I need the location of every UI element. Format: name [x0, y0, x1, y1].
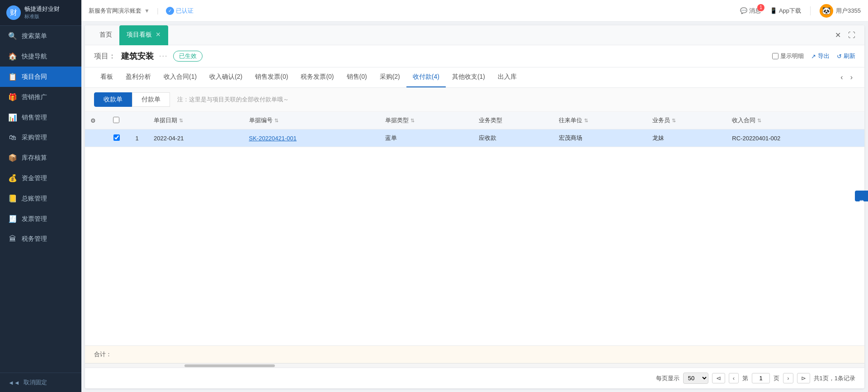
- main-area: 新服务官网演示账套 ▼ | ✓ 已认证 💬 消息 1 📱 App下载 🐼 用: [81, 0, 868, 392]
- sort-date-icon: ⇅: [179, 118, 183, 124]
- total-info: 共1页，1条记录: [814, 374, 855, 382]
- message-button[interactable]: 💬 消息 1: [740, 7, 761, 15]
- sidebar-item-marketing[interactable]: 🎁 营销推广: [0, 87, 81, 107]
- sidebar-item-quick-nav[interactable]: 🏠 快捷导航: [0, 46, 81, 67]
- user-menu[interactable]: 🐼 用户3355: [820, 4, 861, 18]
- sub-tab-in-out[interactable]: 出入库: [491, 67, 523, 87]
- topbar-left: 新服务官网演示账套 ▼ | ✓ 已认证: [89, 7, 740, 15]
- per-page-select[interactable]: 50 100: [683, 373, 708, 384]
- sub-tab-sales-invoice[interactable]: 销售发票(0): [249, 67, 294, 87]
- sub-tab-receipt[interactable]: 收付款(4): [406, 67, 446, 87]
- sub-tab-profit[interactable]: 盈利分析: [119, 67, 157, 87]
- feedback-button[interactable]: 意见反馈: [855, 191, 868, 201]
- col-salesperson[interactable]: 业务员 ⇅: [647, 112, 727, 129]
- project-label: 项目：: [94, 52, 116, 61]
- refresh-button[interactable]: ↺ 刷新: [837, 52, 855, 60]
- close-window-button[interactable]: ✕: [833, 29, 843, 41]
- inner-tab-receipt[interactable]: 收款单: [94, 92, 132, 107]
- phone-icon: 📱: [770, 7, 777, 14]
- show-detail-input[interactable]: [772, 53, 778, 59]
- table-row: 1 2022-04-21 SK-20220421-001 蓝单 应收款 宏茂商场…: [85, 129, 864, 147]
- doc-no-link[interactable]: SK-20220421-001: [249, 135, 297, 142]
- row-doc-no[interactable]: SK-20220421-001: [244, 129, 380, 147]
- tab-home[interactable]: 首页: [92, 25, 119, 45]
- sidebar-item-purchase[interactable]: 🛍 采购管理: [0, 128, 81, 148]
- sidebar-item-funds[interactable]: 💰 资金管理: [0, 168, 81, 188]
- topbar-right: 💬 消息 1 📱 App下载 🐼 用户3355: [740, 4, 861, 18]
- last-page-button[interactable]: ⊳: [797, 373, 810, 383]
- sort-doctype-icon: ⇅: [410, 118, 415, 124]
- contract-icon: 📋: [8, 72, 17, 81]
- maximize-window-button[interactable]: ⛶: [846, 29, 857, 41]
- page-number-input[interactable]: [752, 373, 770, 383]
- project-header-actions: 显示明细 ↗ 导出 ↺ 刷新: [772, 52, 855, 60]
- cancel-pin-button[interactable]: ◄◄ 取消固定: [0, 373, 81, 392]
- content-panel: 首页 项目看板 ✕ ✕ ⛶ 项目： 建筑安装 ··· 已生效 显示明细: [85, 25, 864, 388]
- row-num: 1: [126, 129, 148, 147]
- sidebar-item-sales[interactable]: 📊 销售管理: [0, 107, 81, 128]
- topbar-divider: [810, 6, 811, 15]
- inner-tab-payment[interactable]: 付款单: [132, 92, 170, 107]
- prev-page-button[interactable]: ‹: [729, 373, 739, 383]
- sidebar-item-inventory[interactable]: 📦 库存核算: [0, 148, 81, 168]
- marketing-icon: 🎁: [8, 93, 17, 101]
- col-num: [126, 112, 148, 129]
- sidebar-item-ledger[interactable]: 📒 总账管理: [0, 188, 81, 209]
- first-page-button[interactable]: ⊲: [712, 373, 725, 383]
- sidebar-item-invoice[interactable]: 🧾 发票管理: [0, 209, 81, 229]
- tab-close-icon[interactable]: ✕: [156, 31, 161, 38]
- sidebar-item-label: 资金管理: [22, 174, 47, 182]
- sidebar-item-search[interactable]: 🔍 搜索菜单: [0, 26, 81, 46]
- sidebar-item-label: 总账管理: [22, 195, 47, 203]
- sub-tab-prev-button[interactable]: ‹: [838, 72, 845, 83]
- sidebar: 财 畅捷通好业财 标准版 🔍 搜索菜单 🏠 快捷导航 📋 项目合同 🎁 营销推广…: [0, 0, 81, 392]
- inner-tab-note: 注：这里是与项目关联的全部收付款单哦～: [177, 96, 289, 104]
- col-income-contract[interactable]: 收入合同 ⇅: [726, 112, 864, 129]
- sidebar-item-label: 税务管理: [22, 235, 47, 243]
- user-name: 用户3355: [836, 7, 861, 15]
- select-all-checkbox[interactable]: [113, 117, 119, 123]
- col-date[interactable]: 单据日期 ⇅: [148, 112, 244, 129]
- sub-tab-nav: ‹ ›: [838, 72, 855, 83]
- sub-tab-income-confirm[interactable]: 收入确认(2): [203, 67, 249, 87]
- sidebar-item-label: 发票管理: [22, 215, 47, 223]
- sidebar-item-label: 项目合同: [22, 73, 47, 81]
- sub-tab-tax-invoice[interactable]: 税务发票(0): [294, 67, 340, 87]
- per-page-label: 每页显示: [656, 374, 679, 382]
- cancel-pin-label: 取消固定: [24, 378, 47, 387]
- export-icon: ↗: [811, 53, 816, 60]
- sub-tab-kanban[interactable]: 看板: [94, 67, 119, 87]
- app-download-button[interactable]: 📱 App下载: [770, 7, 801, 15]
- account-selector[interactable]: 新服务官网演示账套 ▼: [89, 7, 150, 15]
- export-label: 导出: [818, 52, 830, 60]
- data-table-wrapper: ⚙ 单据日期 ⇅: [85, 112, 864, 345]
- col-doc-no[interactable]: 单据编号 ⇅: [244, 112, 380, 129]
- export-button[interactable]: ↗ 导出: [811, 52, 830, 60]
- col-doc-type[interactable]: 单据类型 ⇅: [380, 112, 473, 129]
- sidebar-item-project-contract[interactable]: 📋 项目合同: [0, 67, 81, 87]
- app-download-label: App下载: [779, 7, 801, 15]
- row-checkbox[interactable]: [113, 134, 120, 141]
- home-icon: 🏠: [8, 52, 17, 61]
- sub-tab-income-contract[interactable]: 收入合同(1): [157, 67, 203, 87]
- logo-icon: 财: [6, 5, 21, 20]
- sidebar-item-label: 库存核算: [22, 154, 47, 162]
- sub-tab-next-button[interactable]: ›: [848, 72, 855, 83]
- tab-project-board[interactable]: 项目看板 ✕: [119, 25, 168, 45]
- col-settings[interactable]: ⚙: [85, 112, 108, 129]
- message-badge: 1: [757, 4, 764, 11]
- ledger-icon: 📒: [8, 194, 17, 203]
- inner-tab-receipt-label: 收款单: [104, 96, 123, 103]
- col-biz-type: 业务类型: [473, 112, 553, 129]
- account-name: 新服务官网演示账套: [89, 7, 142, 15]
- sub-tab-other-expense[interactable]: 其他收支(1): [446, 67, 491, 87]
- project-more-button[interactable]: ···: [159, 52, 168, 60]
- horizontal-scrollbar[interactable]: [85, 363, 864, 368]
- next-page-button[interactable]: ›: [783, 373, 793, 383]
- col-partner[interactable]: 往来单位 ⇅: [553, 112, 647, 129]
- sidebar-item-tax[interactable]: 🏛 税务管理: [0, 229, 81, 249]
- inner-tab-payment-label: 付款单: [142, 96, 160, 103]
- show-detail-checkbox[interactable]: 显示明细: [772, 52, 804, 60]
- sub-tab-sales[interactable]: 销售(0): [340, 67, 373, 87]
- sub-tab-purchase[interactable]: 采购(2): [373, 67, 406, 87]
